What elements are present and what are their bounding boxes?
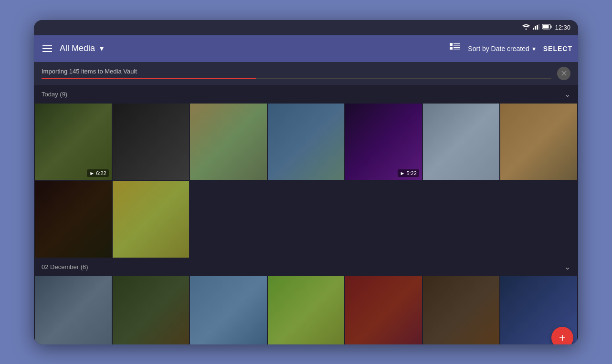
title-dropdown-icon[interactable]: ▾ [100, 44, 104, 53]
svg-rect-8 [450, 43, 453, 46]
progress-bar-fill [42, 78, 256, 79]
photo-item[interactable] [500, 104, 577, 180]
photo-item[interactable] [35, 181, 112, 258]
content-area: Importing 145 items to Media Vault ✕ Tod… [34, 62, 578, 344]
video-duration: 5:22 [406, 170, 416, 176]
fab-plus-icon: + [559, 331, 566, 344]
section-december: 02 December (6) ⌄ + [34, 258, 578, 344]
app-bar-left: All Media ▾ [40, 42, 444, 55]
photo-item[interactable] [35, 276, 112, 344]
device-frame: 12:30 All Media ▾ [34, 20, 578, 344]
section-title-today: Today (9) [42, 91, 67, 98]
section-header-december[interactable]: 02 December (6) ⌄ [34, 258, 578, 276]
add-media-fab[interactable]: + [551, 327, 573, 344]
section-chevron-today: ⌄ [564, 90, 570, 99]
photo-item[interactable]: ► 5:22 [345, 104, 422, 180]
status-time: 12:30 [555, 24, 570, 31]
status-icons: 12:30 [522, 24, 570, 31]
progress-bar-background [42, 78, 551, 79]
photo-item[interactable] [113, 276, 190, 344]
photo-grid-today: ► 6:22 ► 5:22 [34, 104, 578, 258]
photo-item[interactable] [190, 276, 267, 344]
svg-rect-3 [537, 25, 538, 30]
hamburger-menu-button[interactable] [40, 42, 55, 55]
photo-item[interactable] [268, 104, 345, 180]
svg-rect-6 [551, 26, 552, 28]
photo-item[interactable] [268, 276, 345, 344]
svg-rect-2 [535, 26, 536, 30]
sort-dropdown-icon: ▾ [532, 45, 536, 52]
svg-rect-1 [533, 28, 534, 30]
video-badge: ► 6:22 [87, 169, 108, 177]
import-info: Importing 145 items to Media Vault [42, 68, 551, 79]
photo-item[interactable] [423, 276, 500, 344]
section-today: Today (9) ⌄ ► 6:22 ► 5:22 [34, 85, 578, 258]
close-import-button[interactable]: ✕ [557, 67, 570, 80]
photo-item[interactable] [113, 181, 190, 258]
photo-item[interactable] [345, 276, 422, 344]
signal-icon [533, 24, 539, 31]
list-view-button[interactable] [450, 43, 460, 54]
battery-icon [542, 24, 552, 31]
photo-grid-december: + [34, 276, 578, 344]
svg-rect-11 [450, 47, 453, 50]
video-badge: ► 5:22 [398, 169, 419, 177]
svg-rect-12 [454, 47, 460, 48]
svg-point-0 [526, 29, 527, 30]
play-icon: ► [89, 170, 95, 176]
import-text: Importing 145 items to Media Vault [42, 68, 551, 75]
sort-label: Sort by Date created [468, 45, 529, 52]
svg-rect-4 [538, 24, 539, 30]
sort-button[interactable]: Sort by Date created ▾ [468, 45, 535, 52]
select-button[interactable]: SELECT [543, 45, 572, 52]
app-bar: All Media ▾ Sort by Date created ▾ SELEC… [34, 35, 578, 62]
photo-item[interactable]: + [500, 276, 577, 344]
photo-item[interactable] [113, 104, 190, 180]
svg-rect-9 [454, 43, 460, 44]
photo-item[interactable] [423, 104, 500, 180]
section-title-december: 02 December (6) [42, 263, 88, 270]
svg-rect-7 [543, 25, 549, 29]
photo-item[interactable]: ► 6:22 [35, 104, 112, 180]
svg-rect-10 [454, 45, 460, 46]
import-banner: Importing 145 items to Media Vault ✕ [34, 62, 578, 85]
wifi-icon [522, 24, 530, 31]
section-header-today[interactable]: Today (9) ⌄ [34, 85, 578, 104]
play-icon: ► [400, 170, 405, 176]
app-bar-right: Sort by Date created ▾ SELECT [450, 43, 572, 54]
video-duration: 6:22 [96, 170, 106, 176]
photo-item[interactable] [190, 104, 267, 180]
status-bar: 12:30 [34, 20, 578, 35]
app-title: All Media [60, 43, 95, 53]
svg-rect-13 [454, 49, 460, 50]
section-chevron-december: ⌄ [564, 262, 570, 271]
